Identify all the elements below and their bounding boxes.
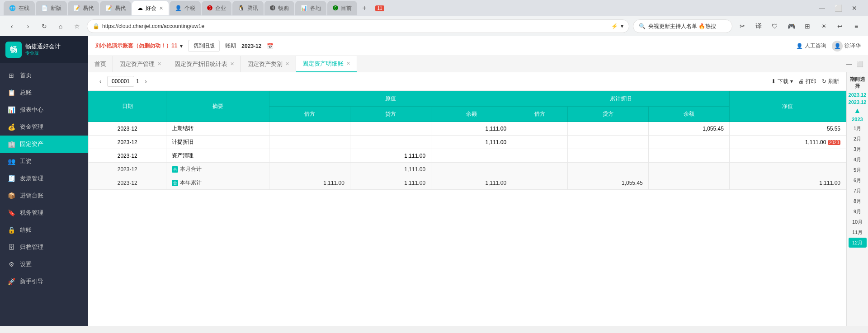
tab-favicon-5: ☁: [137, 5, 143, 11]
translate-icon[interactable]: 译: [752, 20, 765, 33]
reload-button[interactable]: ↻: [38, 20, 51, 33]
browser-tab-11[interactable]: 🅢 目前: [327, 1, 357, 15]
tab-maximize-btn[interactable]: ⬜: [855, 60, 864, 69]
new-tab-button[interactable]: +: [358, 2, 371, 14]
period-month-3[interactable]: 3月: [849, 144, 867, 154]
tab-fixed-asset-mgmt-label: 固定资产管理: [119, 60, 155, 68]
page-input[interactable]: [107, 76, 134, 87]
tab-home[interactable]: 首页: [88, 56, 113, 72]
sidebar-item-fixed-assets[interactable]: 🏢 固定资产: [0, 136, 88, 153]
period-month-10[interactable]: 10月: [849, 217, 867, 227]
period-month-8[interactable]: 8月: [849, 196, 867, 206]
sidebar-item-settings[interactable]: ⚙ 设置: [0, 256, 88, 273]
help-button[interactable]: 👤 人工咨询: [796, 42, 826, 50]
period-month-6[interactable]: 6月: [849, 175, 867, 185]
undo-icon[interactable]: ↩: [834, 20, 846, 33]
menu-icon[interactable]: ≡: [850, 20, 863, 33]
dropdown-icon[interactable]: ▾: [621, 23, 623, 29]
td-orig-debit: [269, 136, 350, 149]
tab-close-fixed-asset-category[interactable]: ✕: [285, 61, 289, 67]
help-icon: 👤: [796, 43, 803, 49]
td-dep-debit: [512, 163, 567, 176]
tab-close-5[interactable]: ✕: [159, 5, 163, 11]
tab-close-fixed-asset-mgmt[interactable]: ✕: [157, 61, 161, 67]
tab-fixed-asset-category[interactable]: 固定资产类别 ✕: [241, 56, 296, 72]
print-btn[interactable]: 🖨 打印: [798, 78, 816, 85]
next-page-btn[interactable]: ›: [141, 76, 151, 86]
scissors-icon[interactable]: ✂: [736, 20, 749, 33]
company-selector[interactable]: 刘小艳演示账套（勿删勿动！）11 ▾: [95, 42, 183, 50]
browser-tab-8[interactable]: 🐧 腾讯: [232, 1, 264, 15]
sidebar-item-funds[interactable]: 💰 资金管理: [0, 118, 88, 136]
browser-tab-4[interactable]: 📝 易代: [100, 1, 131, 15]
tab-minimize-btn[interactable]: —: [844, 60, 854, 69]
td-dep-debit: [512, 136, 567, 149]
grid-icon[interactable]: ⊞: [801, 20, 814, 33]
search-bar[interactable]: 🔍 央视更新主持人名单 🔥热搜: [633, 19, 732, 33]
tab-fixed-asset-depreciation[interactable]: 固定资产折旧统计表 ✕: [168, 56, 241, 72]
sidebar-item-tax[interactable]: 🔖 税务管理: [0, 204, 88, 221]
download-icon: ⬇: [771, 78, 776, 84]
home-icon: ⊞: [7, 71, 15, 80]
company-dropdown-icon: ▾: [180, 43, 183, 49]
maximize-btn[interactable]: ⬜: [832, 2, 844, 14]
period-month-9[interactable]: 9月: [849, 206, 867, 216]
period-month-5[interactable]: 5月: [849, 165, 867, 175]
td-orig-credit: [350, 136, 431, 149]
tab-close-fixed-asset-ledger[interactable]: ✕: [346, 61, 350, 66]
sidebar-item-guide[interactable]: 🚀 新手引导: [0, 273, 88, 290]
browser-notification[interactable]: 11: [373, 2, 386, 14]
address-bar[interactable]: 🔒 https://cloud.chanjet.com/accounting/u…: [87, 19, 629, 33]
sidebar-item-invoice[interactable]: 🧾 发票管理: [0, 170, 88, 187]
tab-label-10: 各地: [310, 5, 321, 12]
period-month-2[interactable]: 2月: [849, 134, 867, 144]
th-accumulated-depreciation: 累计折旧: [512, 91, 730, 107]
period-year-label: 2023: [851, 116, 863, 123]
print-label: 打印: [806, 78, 816, 85]
tab-favicon-7: 🅒: [207, 5, 212, 11]
gamepad-icon[interactable]: 🎮: [785, 20, 797, 33]
browser-tab-10[interactable]: 📊 各地: [295, 1, 326, 15]
period-month-1[interactable]: 1月: [849, 123, 867, 133]
sidebar-item-reports[interactable]: 📊 报表中心: [0, 101, 88, 118]
close-btn[interactable]: ✕: [848, 2, 861, 14]
sidebar-item-inventory[interactable]: 📦 进销台账: [0, 187, 88, 204]
tab-close-fixed-asset-depreciation[interactable]: ✕: [230, 61, 234, 67]
browser-tab-9[interactable]: 🅜 畅购: [264, 1, 294, 15]
browser-tab-2[interactable]: 📄 新版: [36, 1, 67, 15]
browser-tab-5[interactable]: ☁ 好会 ✕: [132, 1, 169, 15]
home-button[interactable]: ⌂: [54, 20, 67, 33]
download-btn[interactable]: ⬇ 下载 ▾: [771, 78, 793, 85]
browser-tab-6[interactable]: 👤 个税: [170, 1, 201, 15]
forward-button[interactable]: ›: [22, 20, 34, 33]
sidebar-item-ledger[interactable]: 📋 总账: [0, 84, 88, 101]
sidebar-item-closing[interactable]: 🔒 结账: [0, 221, 88, 239]
prev-page-btn[interactable]: ‹: [95, 76, 105, 86]
switch-btn[interactable]: 切到旧版: [188, 40, 220, 52]
user-button[interactable]: 👤 徐译华: [832, 41, 861, 52]
refresh-btn[interactable]: ↻ 刷新: [822, 78, 839, 85]
brightness-icon[interactable]: ☀: [817, 20, 830, 33]
browser-tab-1[interactable]: 🌐 在线: [4, 1, 35, 15]
td-orig-debit: 1,111.00: [269, 176, 350, 190]
months-container: 1月2月3月4月5月6月7月8月9月10月11月12月: [849, 123, 867, 248]
sidebar-item-payroll[interactable]: 👥 工资: [0, 153, 88, 170]
tab-fixed-asset-ledger[interactable]: 固定资产明细账 ✕: [296, 56, 357, 72]
period-month-11[interactable]: 11月: [849, 227, 867, 237]
period-month-4[interactable]: 4月: [849, 155, 867, 164]
notification-count: 11: [375, 5, 384, 11]
sidebar: 畅 畅捷通好会计 专业版 ⊞ 首页 📋 总账 📊 报表中心 💰 资金管理: [0, 36, 88, 326]
sidebar-item-home[interactable]: ⊞ 首页: [0, 67, 88, 84]
browser-tab-7[interactable]: 🅒 企业: [202, 1, 231, 15]
bookmark-button[interactable]: ☆: [71, 20, 83, 33]
sidebar-item-archive[interactable]: 🗄 归档管理: [0, 239, 88, 256]
period-month-7[interactable]: 7月: [849, 186, 867, 196]
period-month-12[interactable]: 12月: [849, 238, 867, 248]
tab-fixed-asset-mgmt[interactable]: 固定资产管理 ✕: [113, 56, 168, 72]
browser-tab-3[interactable]: 📝 易代: [68, 1, 99, 15]
period-scroll-up[interactable]: ▲: [849, 106, 867, 116]
shield-icon[interactable]: 🛡: [769, 20, 781, 33]
calendar-icon[interactable]: 📅: [267, 43, 274, 49]
back-button[interactable]: ‹: [5, 20, 18, 33]
minimize-btn[interactable]: —: [816, 2, 828, 14]
